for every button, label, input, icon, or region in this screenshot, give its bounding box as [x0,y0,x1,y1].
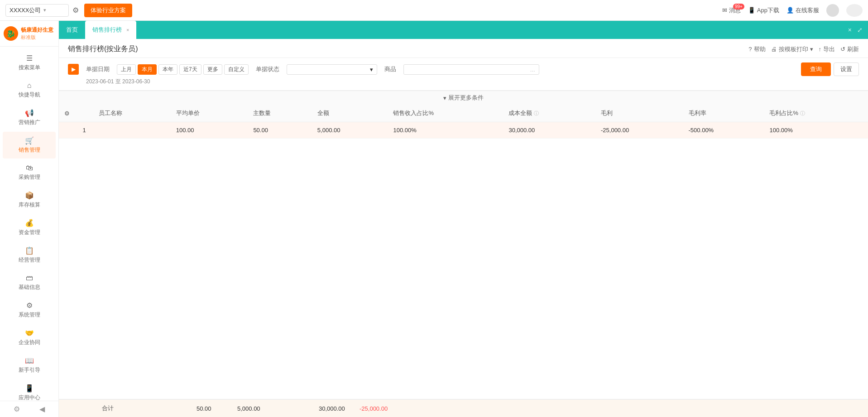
sidebar-item-新手引导[interactable]: 📖 新手引导 [3,352,56,379]
th-cost: 成本全额 ⓘ [503,105,595,122]
sidebar-item-应用中心[interactable]: 📱 应用中心 [3,379,56,401]
sidebar-collapse-icon[interactable]: ◀ [39,405,45,413]
export-button[interactable]: ↑ 导出 [819,45,835,53]
message-button[interactable]: ✉ 消息 99+ [722,6,741,14]
status-select[interactable]: ▾ [287,64,377,75]
sidebar-item-采购管理[interactable]: 🛍 采购管理 [3,159,56,186]
table-header: ⚙ 员工名称 平均单价 主数量 全额 销售收入占比% 成本全额 ⓘ 毛利 毛利率 [59,105,868,122]
footer-cost: 30,000.00 [313,405,354,412]
cell-sales-pct: 100.00% [388,122,503,139]
page-title: 销售排行榜(按业务员) [68,44,138,54]
footer-total-label: 合计 [64,404,150,412]
header-row: ⚙ 员工名称 平均单价 主数量 全额 销售收入占比% 成本全额 ⓘ 毛利 毛利率 [59,105,868,122]
page-content: 销售排行榜(按业务员) ? 帮助 🖨 按模板打印 ▾ [59,39,868,417]
filter-row: ▶ 单据日期 上月本月本年近7天更多自定义 单据状态 ▾ [68,62,859,76]
menu-label: 企业协同 [19,339,40,346]
company-selector[interactable]: XXXXX公司 ▾ [5,4,69,17]
menu-icon: ⚙ [26,301,33,310]
cell-amount: 5,000.00 [312,122,388,139]
tab-home[interactable]: 首页 [59,21,85,39]
th-profit: 毛利 [595,105,683,122]
footer-profit-rate [395,405,436,412]
user-avatar[interactable] [826,4,839,17]
help-button[interactable]: ? 帮助 [748,45,765,53]
tab-close-window-icon[interactable]: × [846,24,854,35]
goods-input[interactable]: ... [403,64,539,75]
sidebar-item-搜索菜单[interactable]: ☰ 搜索菜单 [3,49,56,76]
page-actions: ? 帮助 🖨 按模板打印 ▾ ↑ 导出 [748,45,859,53]
query-button[interactable]: 查询 [801,62,831,76]
menu-icon: 📦 [25,191,34,200]
cost-info-icon: ⓘ [534,110,539,116]
menu-label: 快捷导航 [19,91,40,99]
sidebar-item-营销推广[interactable]: 📢 营销推广 [3,104,56,131]
cell-profit-pct: 100.00% [764,122,868,139]
date-buttons: 上月本月本年近7天更多自定义 [117,64,249,75]
sidebar-logo: 🐉 畅康通好生意 标准版 [0,21,58,47]
menu-label: 经营管理 [19,256,40,264]
date-btn-自定义[interactable]: 自定义 [224,64,249,75]
menu-label: 营销推广 [19,119,40,126]
table-settings-button[interactable]: 设置 [834,62,859,76]
sidebar-item-系统管理[interactable]: ⚙ 系统管理 [3,297,56,323]
date-range-display: 2023-06-01 至 2023-06-30 [68,76,859,86]
message-badge: 99+ [733,4,744,10]
menu-label: 库存核算 [19,201,40,209]
company-name: XXXXX公司 [10,6,41,14]
date-filter-label: 单据日期 [86,65,110,73]
expand-more-button[interactable]: ▾ 展开更多条件 [443,94,484,102]
filter-collapse-button[interactable]: ▶ [68,64,79,75]
app-download-button[interactable]: 📱 App下载 [748,6,779,14]
sidebar-item-资金管理[interactable]: 💰 资金管理 [3,214,56,241]
sidebar-item-经营管理[interactable]: 📋 经营管理 [3,242,56,268]
sidebar-item-销售管理[interactable]: 🛒 销售管理 [3,132,56,158]
th-settings[interactable]: ⚙ [59,105,75,122]
trial-button[interactable]: 体验行业方案 [84,4,132,17]
app-wrapper: XXXXX公司 ▾ ⚙ 体验行业方案 ✉ 消息 99+ 📱 App下载 👤 在线… [0,0,868,417]
sidebar-item-基础信息[interactable]: 🗃 基础信息 [3,269,56,296]
date-btn-更多[interactable]: 更多 [203,64,222,75]
user-name-area[interactable] [846,4,863,17]
table-row: 1 100.00 50.00 5,000.00 100.00% 30,000.0… [59,122,868,139]
download-icon: 📱 [748,7,755,14]
date-btn-本年[interactable]: 本年 [158,64,177,75]
message-icon: ✉ [722,7,727,14]
online-service-button[interactable]: 👤 在线客服 [786,6,819,14]
online-service-label: 在线客服 [796,6,819,14]
help-icon: ? [748,46,752,53]
menu-icon: 📋 [25,246,34,255]
sidebar-settings-icon[interactable]: ⚙ [14,405,20,413]
menu-label: 资金管理 [19,229,40,236]
sidebar-item-企业协同[interactable]: 🤝 企业协同 [3,324,56,351]
date-btn-上月[interactable]: 上月 [117,64,136,75]
collapse-arrow-icon: ▶ [72,66,76,72]
menu-label: 基础信息 [19,283,40,291]
date-btn-近7天[interactable]: 近7天 [179,64,201,75]
footer-avg-price [150,405,191,412]
sidebar-item-快捷导航[interactable]: ⌂ 快捷导航 [3,77,56,103]
sidebar-item-库存核算[interactable]: 📦 库存核算 [3,187,56,213]
cell-profit: -25,000.00 [595,122,683,139]
table-footer: 合计 50.00 5,000.00 30,000.00 -25,000.00 [59,399,868,417]
th-avg-price: 平均单价 [171,105,248,122]
tab-restore-icon[interactable]: ⤢ [855,24,864,35]
logo-line2: 标准版 [21,34,53,41]
menu-label: 新手引导 [19,366,40,374]
settings-icon[interactable]: ⚙ [72,6,79,14]
footer-sales-pct [273,405,313,412]
refresh-button[interactable]: ↺ 刷新 [840,45,859,53]
cell-profit-rate: -500.00% [683,122,764,139]
menu-label: 采购管理 [19,173,40,181]
print-button[interactable]: 🖨 按模板打印 ▾ [771,45,813,53]
date-btn-本月[interactable]: 本月 [138,64,157,75]
tab-sales-ranking[interactable]: 销售排行榜 × [85,21,136,39]
filter-area: ▶ 单据日期 上月本月本年近7天更多自定义 单据状态 ▾ [59,58,868,91]
menu-icon: 💰 [25,219,34,227]
print-dropdown-icon: ▾ [810,46,813,53]
menu-label: 系统管理 [19,311,40,319]
tab-close-icon[interactable]: × [126,27,129,33]
help-label: 帮助 [754,45,766,53]
tab-bar: 首页 销售排行榜 × × ⤢ [59,21,868,39]
table-container: ⚙ 员工名称 平均单价 主数量 全额 销售收入占比% 成本全额 ⓘ 毛利 毛利率 [59,105,868,399]
cell-settings [59,122,75,139]
